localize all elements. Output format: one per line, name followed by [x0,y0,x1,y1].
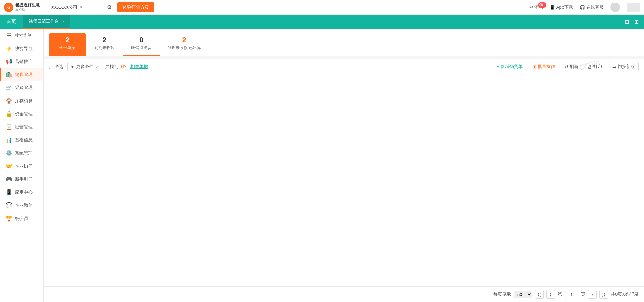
switch-icon: ⇄ [612,64,616,69]
per-page-select[interactable]: 50 20 100 [514,291,532,298]
inventory-icon: 🏠 [6,98,12,104]
tab-home[interactable]: 首页 [0,15,23,29]
sidebar-item-inventory[interactable]: 🏠 库存核算 [0,94,43,107]
sidebar: ☰ 搜索菜单 ⚡ 快捷导航 📢 营销推广 🛍️ 销售管理 🛒 采购管理 🏠 库存… [0,29,44,302]
stat-num-overdue-shipped: 2 [182,36,186,44]
page-number-input[interactable] [565,291,578,298]
sidebar-item-app-center[interactable]: 📱 应用中心 [0,186,43,199]
stats-tabs: 2 全部单据 2 到期未收款 0 旺铺待确认 2 到期未收款 已出库 [44,29,644,56]
stat-tab-wangpu[interactable]: 0 旺铺待确认 [123,33,160,56]
tab-close-icon[interactable]: × [62,19,65,24]
sidebar-item-purchase[interactable]: 🛒 采购管理 [0,81,43,94]
system-icon: ⚙️ [6,150,12,156]
sidebar-item-system[interactable]: ⚙️ 系统管理 [0,146,43,160]
messages-icon: ✉ [529,5,533,10]
stat-tab-all[interactable]: 2 全部单据 [49,33,86,56]
sidebar-item-marketing[interactable]: 📢 营销推广 [0,55,43,68]
top-header: 6 畅捷通好生意 标准版 XXXXXX公司 ▼ ⚙ 体验行业方案 ✉ 消息 99… [0,0,644,15]
select-all-area[interactable]: 全选 [49,64,63,70]
sidebar-label-basic-info: 基础信息 [15,137,33,143]
filter-btn[interactable]: ▼ 更多条件 ∨ [67,62,101,71]
sidebar-item-wechat[interactable]: 💬 企业微信 [0,199,43,212]
found-count: 0条 [120,64,126,69]
batch-icon: ⊞ [533,64,536,69]
filter-icon: ▼ [70,64,75,69]
messages-item[interactable]: ✉ 消息 99+ [529,4,543,10]
tab-bar: 首页 钱货日清工作台 × ⊟ ⊞ [0,15,644,29]
stat-num-overdue: 2 [102,36,106,44]
sidebar-item-cooperation[interactable]: 🤝 企业协同 [0,160,43,173]
sidebar-label-purchase: 采购管理 [15,85,33,91]
stat-label-wangpu: 旺铺待确认 [131,45,151,51]
tab-bar-actions: ⊟ ⊞ [623,15,644,29]
sidebar-label-marketing: 营销推广 [15,59,33,65]
sidebar-item-sales[interactable]: 🛍️ 销售管理 [0,68,43,81]
tab-minimize-icon[interactable]: ⊟ [623,17,630,26]
page-first-btn[interactable]: ⟨⟨ [535,290,544,299]
page-next-btn[interactable]: ⟩ [588,290,597,299]
marketing-icon: 📢 [6,58,12,65]
sidebar-label-cooperation: 企业协同 [15,163,33,169]
stat-tab-overdue[interactable]: 2 到期未收款 [86,33,123,56]
operation-icon: 📋 [6,124,12,130]
refresh-label: 刷新 [570,64,578,70]
member-icon: 🏆 [6,215,12,222]
app-download-item[interactable]: 📱 App下载 [550,4,573,10]
sales-icon: 🛍️ [6,71,12,78]
sidebar-item-member[interactable]: 🏆 畅会员 [0,212,43,225]
stat-num-wangpu: 0 [139,36,143,44]
online-service-icon: 🎧 [580,5,585,10]
page-prev-btn[interactable]: ⟨ [546,290,555,299]
sidebar-item-operation[interactable]: 📋 经营管理 [0,120,43,133]
avatar[interactable] [610,3,620,12]
logo-main-text: 畅捷通好生意 [15,3,40,7]
sidebar-label-system: 系统管理 [15,150,33,156]
select-all-label: 全选 [55,64,63,70]
sidebar-label-app-center: 应用中心 [15,189,33,195]
sidebar-item-search[interactable]: ☰ 搜索菜单 [0,29,43,42]
add-sales-btn[interactable]: + 新增销货单 [494,62,526,71]
search-icon: ☰ [6,32,12,39]
messages-badge: 99+ [538,2,546,8]
online-service-item[interactable]: 🎧 在线客服 [580,4,604,10]
page-suffix: 页 [581,291,585,297]
sidebar-label-finance: 资金管理 [15,111,33,117]
sidebar-item-newbie[interactable]: 🎮 新手引导 [0,173,43,186]
logo-sub-text: 标准版 [15,8,40,12]
trial-button[interactable]: 体验行业方案 [117,2,154,12]
switch-version-btn[interactable]: ⇄ 切换新版 [609,62,639,71]
basic-info-icon: 📊 [6,137,12,143]
stat-label-overdue: 到期未收款 [94,45,114,51]
sidebar-label-operation: 经营管理 [15,124,33,130]
sidebar-item-basic-info[interactable]: 📊 基础信息 [0,133,43,146]
filter-arrow: ∨ [95,64,98,69]
logo-area: 6 畅捷通好生意 标准版 [4,3,48,12]
page-last-btn[interactable]: ⟩⟩ [599,290,608,299]
batch-action-btn[interactable]: ⊞ 批量操作 [530,62,558,71]
stat-label-overdue-shipped: 到期未收款 已出库 [168,45,201,51]
related-link[interactable]: 相关单据 [130,64,148,70]
print-label: 打印 [593,64,602,70]
finance-icon: 🔒 [6,111,12,117]
newbie-icon: 🎮 [6,176,12,182]
stat-num-all: 2 [65,36,69,44]
stat-label-all: 全部单据 [59,45,75,51]
content-area: 2 全部单据 2 到期未收款 0 旺铺待确认 2 到期未收款 已出库 全选 [44,29,644,302]
refresh-btn[interactable]: ↺ 刷新 [562,62,581,71]
sidebar-item-finance[interactable]: 🔒 资金管理 [0,107,43,120]
print-btn[interactable]: 🖨 打印 [585,62,605,71]
company-name: XXXXXX公司 [51,4,77,10]
stat-tab-overdue-shipped[interactable]: 2 到期未收款 已出库 [160,33,209,56]
sidebar-item-quick-nav[interactable]: ⚡ 快捷导航 [0,42,43,55]
settings-icon[interactable]: ⚙ [104,2,115,13]
switch-label: 切换新版 [618,64,635,70]
tab-active[interactable]: 钱货日清工作台 × [23,15,70,29]
sidebar-label-sales: 销售管理 [15,72,33,78]
company-selector[interactable]: XXXXXX公司 ▼ [48,3,101,12]
tab-maximize-icon[interactable]: ⊞ [633,17,640,26]
company-dropdown-arrow: ▼ [79,5,83,9]
filter-label: 更多条件 [76,64,94,70]
wechat-icon: 💬 [6,202,12,208]
select-all-checkbox[interactable] [49,65,53,69]
app-download-label: App下载 [556,4,573,10]
